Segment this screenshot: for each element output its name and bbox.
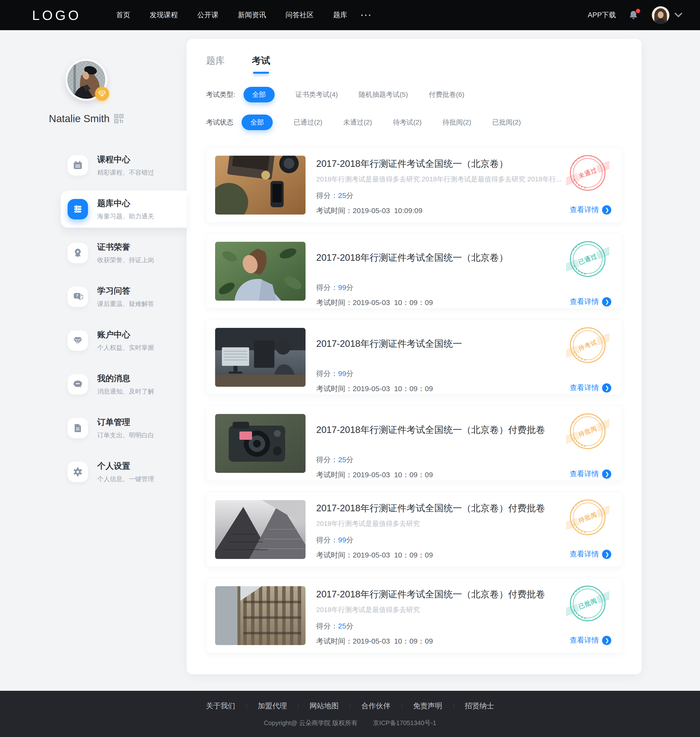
sidebar-item-order-management[interactable]: 订单管理 订单支出、明明白白 [61,410,187,447]
footer-link-partners[interactable]: 合作伙伴 [362,701,391,711]
filter-option-to-take[interactable]: 待考试(2) [393,118,422,127]
exam-card: 2017-2018年行测证件考试全国统一 得分：99分 考试时间：2019-05… [206,319,622,395]
exam-thumbnail-building-facade [215,586,306,645]
exam-description: 2018年行测考试是最值得多去研究 2018年行测考试是最值得多去研究 2018… [316,175,562,184]
exam-card: 2017-2018年行测证件考试全国统一（北京卷）付费批卷 2018年行测考试是… [206,578,622,653]
qr-code-icon[interactable] [114,114,124,124]
exam-description: 2018年行测考试是最值得多去研究 [316,605,420,615]
user-name: Natalie Smith [49,113,110,125]
nav-avatar-image [652,6,669,24]
sidebar-item-subtitle: 精彩课程、不容错过 [97,168,154,177]
filter-option-passed[interactable]: 已通过(2) [294,118,322,127]
app-download-link[interactable]: APP下载 [588,10,616,20]
filter-option-all[interactable]: 全部 [244,87,275,102]
sidebar-item-certificates[interactable]: 证书荣誉 收获荣誉、持证上岗 [61,234,187,271]
sidebar-item-title: 个人设置 [97,460,154,472]
tabs: 题库 考试 [206,55,622,74]
sidebar-item-title: 账户中心 [97,329,154,340]
view-details-link[interactable]: 查看详情 ❯ [570,297,611,307]
footer-link-join-agency[interactable]: 加盟代理 [258,701,287,711]
view-details-link[interactable]: 查看详情 ❯ [570,469,611,479]
footer-link-sitemap[interactable]: 网站地图 [310,701,339,711]
footer-links: 关于我们 加盟代理 网站地图 合作伙伴 免责声明 招贤纳士 [0,691,700,711]
nav-item-home[interactable]: 首页 [116,10,130,20]
sidebar-item-subtitle: 个人权益、实时掌握 [97,343,154,352]
nav-item-discover-courses[interactable]: 发现课程 [150,10,178,20]
footer-link-disclaimer[interactable]: 免责声明 [413,701,443,711]
filter-option-random-exams[interactable]: 随机抽题考试(5) [359,90,408,99]
exam-thumbnail-woman-greenery [215,242,306,301]
exam-score: 得分：99分 [316,369,353,379]
sidebar-item-my-messages[interactable]: 我的消息 消息通知、及时了解 [61,366,187,403]
view-details-link[interactable]: 查看详情 ❯ [570,549,611,559]
exam-time: 考试时间：2019-05-03 10：09：09 [316,384,433,394]
exam-thumbnail-vintage-camera [215,414,306,473]
gear-icon [68,462,88,482]
sidebar-item-subtitle: 海量习题、助力通关 [97,212,154,221]
logo[interactable]: LOGO [32,7,81,23]
time-value: 2019-05-03 10：09：09 [353,385,433,392]
exam-card: 2017-2018年行测证件考试全国统一（北京卷）付费批卷 2018年行测考试是… [206,492,622,567]
sidebar-item-course-center[interactable]: 课程中心 精彩课程、不容错过 [61,147,187,184]
filter-option-to-review[interactable]: 待批阅(2) [443,118,471,127]
notification-bell-icon[interactable] [628,10,638,21]
footer-link-about-us[interactable]: 关于我们 [206,701,235,711]
filter-option-reviewed[interactable]: 已批阅(2) [492,118,521,127]
sidebar-item-personal-settings[interactable]: 个人设置 个人信息、一键管理 [61,453,187,490]
nav-item-qa-community[interactable]: 问答社区 [285,10,314,20]
footer-divider [453,703,454,709]
stamp-failed: ★ ★ ★ ★ ★ ★ ★ ★ ★ 未通过 [566,151,609,195]
nav-item-open-class[interactable]: 公开课 [197,10,219,20]
tab-question-bank[interactable]: 题库 [206,55,225,67]
view-details-link[interactable]: 查看详情 ❯ [570,383,611,393]
sidebar: Natalie Smith [0,30,187,497]
sidebar-item-question-bank-center[interactable]: 题库中心 海量习题、助力通关 [61,191,187,228]
nav-user-avatar[interactable] [652,6,669,24]
filter-exam-status: 考试状态 全部 已通过(2) 未通过(2) 待考试(2) 待批阅(2) 已批阅(… [206,115,622,130]
exam-score: 得分：99分 [316,283,353,293]
sidebar-item-learning-qa[interactable]: ? 学习问答 课后重温、疑难解答 [61,278,187,315]
exam-title: 2017-2018年行测证件考试全国统一（北京卷）付费批卷 [316,424,545,436]
filter-option-all[interactable]: 全部 [241,115,273,130]
time-value: 2019-05-03 10：09：09 [353,551,433,559]
more-menu-icon[interactable]: ··· [361,11,372,20]
exam-description: 2018年行测考试是最值得多去研究 [316,519,420,528]
exam-time: 考试时间：2019-05-03 10：09：09 [316,550,433,560]
arrow-right-icon: ❯ [602,469,611,479]
filter-option-certificate-exams[interactable]: 证书类考试(4) [296,90,338,99]
sidebar-item-title: 学习问答 [97,285,154,296]
order-document-icon [68,418,88,438]
nav-item-news[interactable]: 新闻资讯 [238,10,266,20]
medal-icon [68,243,88,263]
filter-option-failed[interactable]: 未通过(2) [343,118,372,127]
sidebar-item-account-center[interactable]: 账户中心 个人权益、实时掌握 [61,322,187,359]
calendar-icon [68,155,88,175]
sidebar-item-subtitle: 课后重温、疑难解答 [97,300,154,308]
filter-option-paid-grading[interactable]: 付费批卷(6) [429,90,464,99]
exam-time: 考试时间：2019-05-03 10：09：09 [316,298,433,308]
gem-icon [68,330,88,351]
filter-exam-type: 考试类型: 全部 证书类考试(4) 随机抽题考试(5) 付费批卷(6) [206,87,622,102]
qa-bubble-icon: ? [68,286,88,307]
svg-text:已批阅: 已批阅 [578,597,598,610]
svg-text:★ ★ ★ ★: ★ ★ ★ ★ [571,585,584,596]
filter-label: 考试类型: [206,90,235,99]
footer-link-recruitment[interactable]: 招贤纳士 [465,701,494,711]
sidebar-item-subtitle: 收获荣誉、持证上岗 [97,256,154,264]
time-value: 2019-05-03 10：09：09 [353,471,433,479]
view-details-link[interactable]: 查看详情 ❯ [570,635,611,645]
tab-exam[interactable]: 考试 [252,55,270,74]
svg-text:待批阅: 待批阅 [577,425,598,438]
arrow-right-icon: ❯ [602,297,611,307]
chevron-down-icon[interactable] [674,12,682,18]
sidebar-item-subtitle: 消息通知、及时了解 [97,387,154,396]
sidebar-menu: 课程中心 精彩课程、不容错过 题库中心 海量习题、助力通关 [0,147,187,490]
view-details-link[interactable]: 查看详情 ❯ [570,205,611,215]
sidebar-item-title: 订单管理 [97,417,154,428]
user-profile: Natalie Smith [0,59,172,125]
exam-score: 得分：25分 [316,455,353,465]
exam-title: 2017-2018年行测证件考试全国统一（北京卷）付费批卷 [316,588,545,601]
nav-item-question-bank[interactable]: 题库 [333,10,347,20]
arrow-right-icon: ❯ [602,205,611,215]
vip-diamond-badge [95,87,109,101]
